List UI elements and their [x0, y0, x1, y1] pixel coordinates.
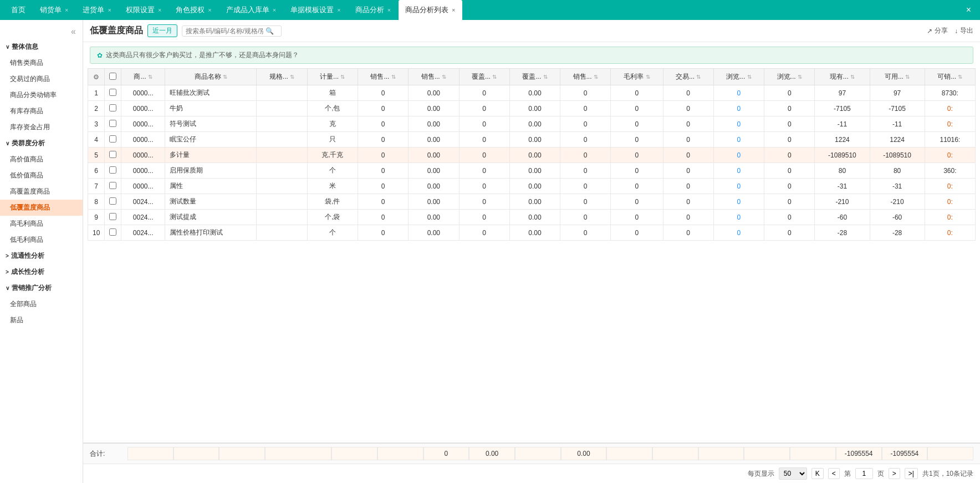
- col-header-unit[interactable]: 计量... ⇅: [307, 69, 358, 85]
- row-checkbox[interactable]: [105, 210, 121, 225]
- nav-close-4[interactable]: ×: [208, 7, 211, 13]
- nav-item-8[interactable]: 商品分析列表×: [399, 0, 462, 20]
- nav-item-1[interactable]: 销货单×: [33, 0, 75, 20]
- col-header-trade[interactable]: 交易... ⇅: [663, 69, 713, 85]
- row-select-checkbox[interactable]: [109, 104, 116, 111]
- row-checkbox[interactable]: [105, 101, 121, 116]
- row-select-checkbox[interactable]: [109, 228, 116, 236]
- nav-item-0[interactable]: 首页: [4, 0, 32, 20]
- nav-item-5[interactable]: 产成品入库单×: [220, 0, 283, 20]
- sidebar-item-1-4[interactable]: 高毛利商品: [0, 216, 83, 232]
- browse-link[interactable]: 0: [737, 167, 741, 175]
- next-page-button[interactable]: >: [889, 468, 900, 479]
- row-select-checkbox[interactable]: [109, 135, 116, 143]
- col-header-spec[interactable]: 规格... ⇅: [257, 69, 307, 85]
- sidebar-section-2[interactable]: >流通性分析: [0, 248, 83, 264]
- col-header-coverage2[interactable]: 覆盖... ⇅: [509, 69, 560, 85]
- row-checkbox[interactable]: [105, 163, 121, 179]
- sidebar-item-0-0[interactable]: 销售类商品: [0, 55, 83, 71]
- window-close-button[interactable]: ×: [962, 5, 976, 15]
- row-browse1[interactable]: 0: [713, 148, 764, 163]
- row-select-checkbox[interactable]: [109, 213, 116, 220]
- row-browse1[interactable]: 0: [713, 210, 764, 225]
- row-checkbox[interactable]: [105, 194, 121, 210]
- row-browse1[interactable]: 0: [713, 132, 764, 148]
- col-header-browse1[interactable]: 浏览... ⇅: [713, 69, 764, 85]
- browse-link[interactable]: 0: [737, 229, 741, 237]
- sidebar-item-1-0[interactable]: 高价值商品: [0, 151, 83, 167]
- nav-close-5[interactable]: ×: [273, 7, 276, 13]
- row-checkbox[interactable]: [105, 85, 121, 101]
- settings-icon[interactable]: ⚙: [93, 73, 99, 81]
- sidebar-item-4-1[interactable]: 新品: [0, 312, 83, 328]
- row-checkbox[interactable]: [105, 148, 121, 163]
- per-page-select[interactable]: 2050100: [779, 467, 807, 480]
- row-select-checkbox[interactable]: [109, 166, 116, 174]
- sidebar-collapse-button[interactable]: «: [69, 27, 78, 37]
- sidebar-item-4-0[interactable]: 全部商品: [0, 296, 83, 312]
- row-checkbox[interactable]: [105, 116, 121, 132]
- page-number-input[interactable]: [855, 468, 873, 479]
- col-header-code[interactable]: 商... ⇅: [121, 69, 165, 85]
- sidebar-item-1-3[interactable]: 低覆盖度商品: [0, 200, 83, 216]
- col-header-checkbox[interactable]: [105, 69, 121, 85]
- browse-link[interactable]: 0: [737, 89, 741, 97]
- col-header-saleable[interactable]: 可销... ⇅: [925, 69, 975, 85]
- search-icon[interactable]: 🔍: [266, 27, 274, 35]
- sidebar-section-1[interactable]: ∨类群度分析: [0, 135, 83, 151]
- nav-item-2[interactable]: 进货单×: [76, 0, 118, 20]
- row-select-checkbox[interactable]: [109, 197, 116, 205]
- time-filter-button[interactable]: 近一月: [147, 24, 177, 37]
- col-header-current_stock[interactable]: 现有... ⇅: [815, 69, 870, 85]
- share-button[interactable]: ↗ 分享: [927, 26, 948, 35]
- col-header-sales_qty[interactable]: 销售... ⇅: [358, 69, 408, 85]
- export-button[interactable]: ↓ 导出: [955, 26, 973, 35]
- row-checkbox[interactable]: [105, 179, 121, 194]
- nav-item-7[interactable]: 商品分析×: [349, 0, 397, 20]
- col-header-gear[interactable]: ⚙: [88, 69, 105, 85]
- sidebar-item-1-2[interactable]: 高覆盖度商品: [0, 184, 83, 200]
- browse-link[interactable]: 0: [737, 182, 741, 190]
- row-browse1[interactable]: 0: [713, 85, 764, 101]
- col-header-browse2[interactable]: 浏览... ⇅: [764, 69, 815, 85]
- first-page-button[interactable]: K: [811, 468, 824, 479]
- sidebar-section-0[interactable]: ∨整体信息: [0, 39, 83, 55]
- sidebar-item-0-1[interactable]: 交易过的商品: [0, 71, 83, 87]
- row-browse1[interactable]: 0: [713, 179, 764, 194]
- sidebar-section-4[interactable]: ∨营销推广分析: [0, 280, 83, 296]
- row-browse1[interactable]: 0: [713, 194, 764, 210]
- browse-link[interactable]: 0: [737, 136, 741, 144]
- row-select-checkbox[interactable]: [109, 89, 116, 96]
- sidebar-item-1-1[interactable]: 低价值商品: [0, 167, 83, 184]
- col-header-coverage1[interactable]: 覆盖... ⇅: [459, 69, 509, 85]
- nav-item-6[interactable]: 单据模板设置×: [284, 0, 347, 20]
- row-browse1[interactable]: 0: [713, 163, 764, 179]
- row-checkbox[interactable]: [105, 132, 121, 148]
- col-header-available_stock[interactable]: 可用... ⇅: [870, 69, 925, 85]
- nav-close-7[interactable]: ×: [387, 7, 391, 13]
- col-header-sales3[interactable]: 销售... ⇅: [560, 69, 611, 85]
- row-checkbox[interactable]: [105, 225, 121, 241]
- sidebar-item-0-2[interactable]: 商品分类动销率: [0, 87, 83, 103]
- nav-item-4[interactable]: 角色授权×: [169, 0, 218, 20]
- col-header-sales_amt[interactable]: 销售... ⇅: [409, 69, 459, 85]
- row-browse1[interactable]: 0: [713, 101, 764, 116]
- row-select-checkbox[interactable]: [109, 182, 116, 189]
- browse-link[interactable]: 0: [737, 120, 741, 128]
- sidebar-item-1-5[interactable]: 低毛利商品: [0, 232, 83, 248]
- nav-item-3[interactable]: 权限设置×: [119, 0, 168, 20]
- row-browse1[interactable]: 0: [713, 225, 764, 241]
- nav-close-1[interactable]: ×: [65, 7, 68, 13]
- browse-link[interactable]: 0: [737, 198, 741, 206]
- search-input[interactable]: [186, 27, 263, 35]
- last-page-button[interactable]: >|: [905, 468, 918, 479]
- col-header-margin[interactable]: 毛利率 ⇅: [611, 69, 663, 85]
- browse-link[interactable]: 0: [737, 213, 741, 221]
- row-select-checkbox[interactable]: [109, 120, 116, 127]
- select-all-checkbox[interactable]: [109, 73, 116, 80]
- table-container[interactable]: ⚙商... ⇅商品名称 ⇅规格... ⇅计量... ⇅销售... ⇅销售... …: [83, 68, 980, 443]
- nav-close-8[interactable]: ×: [452, 7, 455, 13]
- sidebar-item-0-4[interactable]: 库存资金占用: [0, 119, 83, 135]
- nav-close-6[interactable]: ×: [337, 7, 340, 13]
- nav-close-3[interactable]: ×: [158, 7, 161, 13]
